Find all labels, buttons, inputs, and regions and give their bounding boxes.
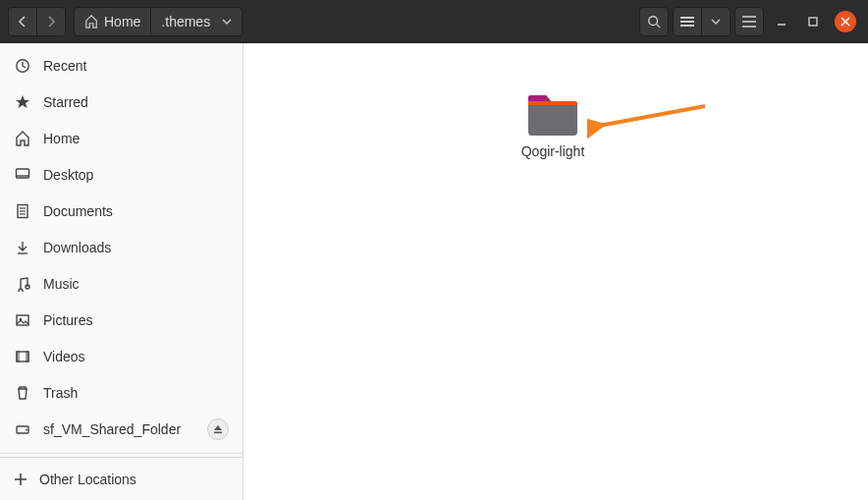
main-area: Recent Starred Home Desktop Documents Do	[0, 43, 868, 500]
home-icon	[14, 131, 31, 146]
sidebar-item-downloads[interactable]: Downloads	[0, 229, 243, 265]
svg-point-0	[649, 16, 658, 25]
svg-rect-21	[17, 315, 28, 325]
window-close-button[interactable]	[835, 11, 856, 32]
hamburger-icon	[742, 16, 756, 28]
nav-back-button[interactable]	[8, 7, 37, 36]
desktop-icon	[14, 167, 31, 183]
pictures-icon	[14, 312, 31, 328]
annotation-arrow	[587, 96, 715, 145]
chevron-right-icon	[46, 16, 56, 28]
plus-icon	[14, 472, 27, 486]
drive-icon	[14, 421, 31, 437]
svg-rect-3	[680, 21, 694, 23]
view-dropdown-button[interactable]	[701, 7, 731, 36]
chevron-left-icon	[18, 16, 27, 28]
pathbar: Home .themes	[74, 7, 243, 36]
eject-icon	[213, 424, 223, 434]
sidebar-item-label: Music	[43, 276, 80, 292]
folder-icon	[526, 92, 579, 138]
sidebar-item-label: Other Locations	[39, 472, 136, 487]
svg-point-27	[26, 428, 27, 430]
sidebar-item-label: Documents	[43, 203, 113, 219]
path-label: .themes	[161, 14, 210, 29]
hamburger-menu-button[interactable]	[734, 7, 764, 36]
svg-rect-25	[27, 352, 28, 361]
sidebar-divider	[0, 453, 243, 454]
folder-item[interactable]: Qogir-light	[514, 92, 592, 159]
svg-rect-9	[809, 18, 817, 26]
view-list-button[interactable]	[673, 7, 702, 36]
chevron-down-icon	[218, 18, 236, 26]
videos-icon	[14, 349, 31, 364]
chevron-down-icon	[711, 18, 721, 26]
sidebar-item-label: Videos	[43, 349, 85, 364]
sidebar-item-music[interactable]: Music	[0, 265, 243, 302]
sidebar-item-label: sf_VM_Shared_Folder	[43, 421, 181, 437]
svg-rect-4	[680, 25, 694, 27]
sidebar-item-starred[interactable]: Starred	[0, 83, 243, 120]
path-segment-home[interactable]: Home	[74, 7, 151, 36]
sidebar-item-trash[interactable]: Trash	[0, 374, 243, 411]
sidebar-item-desktop[interactable]: Desktop	[0, 156, 243, 193]
sidebar-item-home[interactable]: Home	[0, 120, 243, 156]
svg-rect-28	[214, 431, 222, 433]
sidebar-item-label: Starred	[43, 94, 88, 110]
sidebar-item-shared-folder[interactable]: sf_VM_Shared_Folder	[0, 411, 243, 447]
trash-icon	[14, 385, 31, 401]
folder-label: Qogir-light	[521, 143, 585, 159]
sidebar-item-label: Desktop	[43, 167, 93, 183]
sidebar-item-label: Trash	[43, 385, 78, 401]
downloads-icon	[14, 240, 31, 255]
sidebar-item-documents[interactable]: Documents	[0, 193, 243, 229]
sidebar-item-label: Downloads	[43, 240, 111, 255]
recent-icon	[14, 58, 31, 74]
svg-line-1	[657, 24, 661, 28]
svg-rect-24	[17, 352, 19, 361]
search-button[interactable]	[639, 7, 669, 36]
documents-icon	[14, 203, 31, 219]
sidebar-item-label: Home	[43, 131, 80, 146]
path-segment-themes[interactable]: .themes	[150, 7, 243, 36]
path-label: Home	[104, 14, 140, 29]
headerbar: Home .themes	[0, 0, 868, 43]
file-view[interactable]: Qogir-light	[244, 43, 868, 500]
maximize-icon	[807, 16, 819, 28]
window-minimize-button[interactable]	[768, 7, 795, 36]
svg-line-31	[599, 106, 705, 126]
svg-rect-2	[680, 17, 694, 19]
sidebar-item-videos[interactable]: Videos	[0, 338, 243, 374]
home-icon	[84, 15, 98, 28]
search-icon	[647, 15, 661, 28]
sidebar-item-recent[interactable]: Recent	[0, 47, 243, 83]
sidebar: Recent Starred Home Desktop Documents Do	[0, 43, 244, 500]
star-icon	[14, 94, 31, 110]
minimize-icon	[776, 16, 787, 28]
eject-button[interactable]	[207, 418, 229, 440]
close-icon	[841, 17, 850, 27]
music-icon	[14, 276, 31, 292]
sidebar-other-locations[interactable]: Other Locations	[0, 457, 243, 500]
sidebar-item-pictures[interactable]: Pictures	[0, 302, 243, 338]
nav-forward-button[interactable]	[36, 7, 66, 36]
sidebar-list: Recent Starred Home Desktop Documents Do	[0, 43, 243, 457]
list-view-icon	[680, 16, 694, 28]
sidebar-item-label: Pictures	[43, 312, 93, 328]
window-maximize-button[interactable]	[799, 7, 827, 36]
sidebar-item-label: Recent	[43, 58, 86, 74]
